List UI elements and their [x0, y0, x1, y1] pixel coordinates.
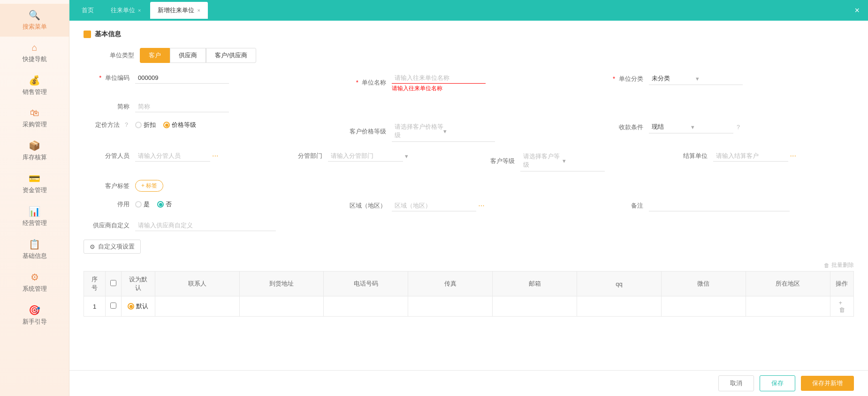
manager-more-icon[interactable]: ··· [210, 152, 220, 160]
payment-help-icon[interactable]: ？ [735, 123, 741, 132]
supplier-custom-input[interactable] [135, 220, 276, 231]
sidebar-item-system[interactable]: ⚙ 系统管理 [0, 266, 69, 299]
select-all-checkbox[interactable] [110, 280, 116, 286]
department-input[interactable] [328, 150, 403, 162]
region-more-icon[interactable]: ··· [476, 202, 486, 210]
section-title-text: 基本信息 [95, 30, 121, 39]
cell-qq[interactable] [577, 296, 662, 317]
address-input[interactable] [244, 303, 319, 310]
sidebar-item-operation[interactable]: 📊 经营管理 [0, 200, 69, 233]
tabs-close-all[interactable]: × [851, 4, 863, 17]
unit-code-input[interactable] [135, 72, 229, 84]
add-tag-button[interactable]: + 标签 [135, 180, 163, 192]
disabled-no-radio[interactable]: 否 [157, 200, 172, 209]
col-qq: qq [577, 272, 662, 296]
unit-name-field: * 单位名称 请输入往来单位名称 [340, 72, 597, 93]
unit-type-supplier-btn[interactable]: 供应商 [170, 48, 206, 63]
custom-settings-button[interactable]: ⚙ 自定义项设置 [84, 240, 141, 254]
sidebar-item-purchase[interactable]: 🛍 采购管理 [0, 102, 69, 134]
add-row-icon[interactable]: + [839, 299, 843, 306]
cell-address[interactable] [239, 296, 324, 317]
save-button[interactable]: 保存 [760, 375, 795, 391]
cell-phone[interactable] [324, 296, 408, 317]
required-star: * [99, 74, 101, 81]
tab-partners[interactable]: 往来单位 × [103, 2, 148, 19]
unit-name-input[interactable] [392, 72, 486, 84]
wechat-input[interactable] [666, 303, 741, 310]
settlement-unit-input[interactable] [713, 150, 788, 162]
tab-home[interactable]: 首页 [74, 2, 101, 19]
manager-input[interactable] [135, 150, 210, 162]
row-checkbox[interactable] [110, 303, 116, 309]
sidebar-item-newbie[interactable]: 🎯 新手引导 [0, 299, 69, 332]
main-content: 首页 往来单位 × 新增往来单位 × × 基本信息 单位类型 客户 供应商 客户… [69, 0, 868, 396]
form-row-disabled: 停用 是 否 区域（地区） ··· 备注 [84, 200, 854, 211]
settlement-unit-field: 结算单位 ··· [662, 150, 854, 162]
tab-new-partner-close[interactable]: × [197, 8, 200, 13]
phone-input[interactable] [328, 303, 403, 310]
sidebar-item-sales-label: 销售管理 [23, 88, 47, 96]
form-row-abbrev: 简称 [84, 101, 854, 112]
cell-contact[interactable] [155, 296, 239, 317]
cell-action: + 🗑 [830, 296, 853, 317]
abbreviation-input[interactable] [135, 101, 229, 112]
unit-type-customer-btn[interactable]: 客户 [140, 48, 170, 63]
unit-type-both-btn[interactable]: 客户/供应商 [206, 48, 256, 63]
fax-input[interactable] [413, 303, 487, 310]
tab-partners-close[interactable]: × [138, 8, 141, 13]
sidebar-item-basic-label: 基础信息 [23, 252, 47, 260]
cell-fax[interactable] [408, 296, 493, 317]
manager-label: 分管人员 [84, 152, 135, 160]
tabs-bar: 首页 往来单位 × 新增往来单位 × × [69, 0, 868, 21]
unit-category-select[interactable]: 未分类 ▾ [649, 72, 743, 85]
sidebar-item-inventory[interactable]: 📦 库存核算 [0, 134, 69, 167]
notes-input[interactable] [649, 200, 790, 211]
sidebar-item-sales[interactable]: 💰 销售管理 [0, 69, 69, 102]
tab-new-partner[interactable]: 新增往来单位 × [150, 2, 207, 19]
sidebar-item-search[interactable]: 🔍 搜索菜单 [0, 4, 69, 37]
sidebar-item-shortcut[interactable]: ⌂ 快捷导航 [0, 37, 69, 69]
col-wechat: 微信 [662, 272, 746, 296]
default-radio[interactable]: 默认 [126, 302, 150, 311]
sales-icon: 💰 [29, 75, 40, 86]
sidebar-item-basic[interactable]: 📋 基础信息 [0, 233, 69, 266]
region-input[interactable] [392, 200, 476, 211]
cell-email[interactable] [493, 296, 577, 317]
supplier-custom-label: 供应商自定义 [84, 221, 135, 230]
pricing-discount-radio[interactable]: 折扣 [135, 121, 156, 129]
customer-level-field: 客户等级 请选择客户等级 ▾ [469, 150, 662, 171]
email-input[interactable] [497, 303, 572, 310]
basic-icon: 📋 [29, 239, 40, 250]
settlement-more-icon[interactable]: ··· [788, 152, 798, 160]
contact-input[interactable] [160, 303, 235, 310]
department-label: 分管部门 [276, 152, 328, 160]
customer-tag-label: 客户标签 [84, 182, 135, 190]
sidebar-item-finance[interactable]: 💳 资金管理 [0, 167, 69, 200]
customer-price-level-select[interactable]: 请选择客户价格等级 ▾ [392, 121, 495, 142]
payment-terms-select[interactable]: 现结 ▾ [649, 121, 733, 133]
cancel-button[interactable]: 取消 [718, 375, 754, 391]
gear-icon: ⚙ [90, 243, 95, 250]
delete-row-icon[interactable]: 🗑 [839, 306, 845, 313]
cell-wechat[interactable] [662, 296, 746, 317]
qq-input[interactable] [582, 303, 656, 310]
cell-default: 默认 [122, 296, 155, 317]
finance-icon: 💳 [29, 173, 40, 184]
pricing-level-radio[interactable]: 价格等级 [163, 121, 196, 129]
customer-level-placeholder: 请选择客户等级 [523, 152, 563, 169]
save-new-button[interactable]: 保存并新增 [801, 376, 854, 391]
region-field: 区域（地区） ··· [340, 200, 597, 211]
disabled-yes-radio[interactable]: 是 [135, 200, 150, 209]
supplier-custom-field: 供应商自定义 [84, 220, 854, 231]
row-region-input[interactable] [751, 303, 825, 310]
region-label: 区域（地区） [340, 202, 392, 210]
unit-category-label: * 单位分类 [597, 75, 649, 83]
search-icon: 🔍 [29, 9, 40, 21]
table-header-row: 序号 设为默认 联系人 到货地址 电话号码 传真 邮箱 qq 微信 所在地区 操… [84, 272, 854, 296]
cell-region[interactable] [746, 296, 830, 317]
col-fax: 传真 [408, 272, 493, 296]
custom-settings-label: 自定义项设置 [98, 242, 135, 251]
pricing-help-icon[interactable]: ？ [123, 121, 129, 128]
customer-level-select[interactable]: 请选择客户等级 ▾ [520, 150, 605, 171]
pricing-method-field: 定价方法 ？ 折扣 价格等级 [84, 121, 340, 129]
